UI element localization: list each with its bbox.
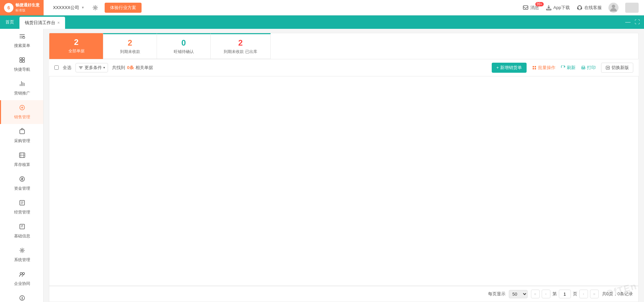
sidebar-item-finance[interactable]: 资金管理 (0, 172, 43, 195)
found-text: 共找到 0条 相关单据 (112, 65, 153, 71)
svg-rect-1 (523, 6, 528, 9)
refresh-button[interactable]: 刷新 (561, 65, 576, 71)
message-item[interactable]: 消息 99+ (523, 5, 539, 11)
sidebar-item-operations[interactable]: 经营管理 (0, 195, 43, 219)
filter-chevron-icon: ▾ (103, 66, 105, 69)
sidebar-item-enterprise[interactable]: 企业协同 (0, 267, 43, 291)
stat-overdue[interactable]: 2 到期未收款 (103, 33, 157, 59)
first-page-button[interactable]: « (531, 290, 540, 298)
tabs-bar: 首页 钱货日清工作台 × — ⛶ (0, 15, 644, 29)
sidebar-item-purchase[interactable]: 采购管理 (0, 124, 43, 148)
total-records-text: 共0页，0条记录 (602, 291, 633, 297)
toolbar-left: 全选 更多条件 ▾ 共找到 0条 相关单据 (54, 63, 153, 72)
nav-icon (19, 57, 25, 65)
purchase-icon (19, 128, 25, 136)
message-icon (523, 5, 529, 11)
tab-home[interactable]: 首页 (0, 15, 19, 29)
tab-maximize-button[interactable]: ⛶ (635, 19, 640, 25)
next-page-button[interactable]: › (579, 290, 588, 298)
toolbar-right: + 新增销货单 批量操作 刷新 (492, 63, 633, 73)
svg-rect-37 (585, 68, 585, 68)
sidebar-item-search[interactable]: 搜索菜单 (0, 29, 43, 53)
sidebar-item-basic-info[interactable]: 基础信息 (0, 219, 43, 243)
svg-rect-32 (533, 68, 534, 69)
system-icon (19, 247, 25, 255)
settings-button[interactable] (90, 2, 101, 13)
svg-rect-12 (20, 58, 22, 60)
batch-action-button[interactable]: 批量操作 (532, 65, 555, 71)
svg-point-22 (22, 225, 22, 226)
message-badge: 99+ (535, 2, 544, 6)
online-service-item[interactable]: 在线客服 (577, 5, 602, 11)
sidebar: 搜索菜单 快捷导航 营销推广 销售管理 采购管理 (0, 29, 44, 302)
svg-rect-2 (546, 9, 551, 10)
sidebar-item-system[interactable]: 系统管理 (0, 243, 43, 267)
user-name-area[interactable] (625, 3, 639, 13)
header-right: 消息 99+ App下载 在线客服 (523, 3, 639, 13)
print-icon (581, 65, 586, 70)
avatar-icon (608, 3, 619, 13)
sales-icon (19, 104, 25, 113)
filter-icon (78, 65, 83, 70)
basic-info-icon (19, 223, 25, 232)
finance-icon (19, 176, 25, 184)
download-icon (546, 5, 552, 11)
switch-version-button[interactable]: 切换新版 (601, 63, 633, 73)
sidebar-item-nav[interactable]: 快捷导航 (0, 53, 43, 76)
logo-text: 畅捷通好生意 标准版 (15, 3, 40, 12)
toolbar: 全选 更多条件 ▾ 共找到 0条 相关单据 + 新增销货单 (49, 59, 639, 76)
tab-minimize-button[interactable]: — (625, 19, 631, 25)
stats-container: 2 全部单据 2 到期未收款 0 旺铺待确认 2 到期未收款 已出库 (44, 29, 644, 59)
empty-state (49, 76, 638, 210)
stat-all-orders[interactable]: 2 全部单据 (49, 33, 103, 59)
gear-icon (93, 5, 98, 10)
svg-point-11 (23, 37, 25, 39)
svg-point-7 (612, 5, 615, 8)
stat-overdue-shipped[interactable]: 2 到期未收款 已出库 (210, 33, 271, 59)
last-page-button[interactable]: » (590, 290, 599, 298)
top-header: 6 畅捷通好生意 标准版 XXXXXX公司 ▼ 体验行业方案 消息 99+ (0, 0, 644, 15)
avatar[interactable] (608, 3, 619, 13)
marketing-icon (19, 80, 25, 89)
sidebar-item-inventory[interactable]: 库存核算 (0, 148, 43, 172)
select-all-checkbox[interactable] (54, 65, 59, 70)
app-download-item[interactable]: App下载 (546, 5, 570, 11)
stats-row: 2 全部单据 2 到期未收款 0 旺铺待确认 2 到期未收款 已出库 (49, 33, 639, 59)
company-selector[interactable]: XXXXXX公司 ▼ (50, 3, 87, 12)
content-area: 2 全部单据 2 到期未收款 0 旺铺待确认 2 到期未收款 已出库 (44, 29, 644, 302)
sidebar-item-marketing[interactable]: 营销推广 (0, 76, 43, 100)
logo-area[interactable]: 6 畅捷通好生意 标准版 (0, 0, 44, 15)
page-navigation: « ‹ 第 页 › » (531, 290, 599, 298)
tabs-right-actions: — ⛶ (625, 19, 644, 25)
sidebar-item-guide[interactable]: 新手引导 (0, 291, 43, 302)
print-button[interactable]: 打印 (581, 65, 596, 71)
tab-close-button[interactable]: × (57, 20, 60, 25)
prev-page-button[interactable]: ‹ (542, 290, 550, 298)
batch-icon (532, 65, 537, 70)
stat-wangpu[interactable]: 0 旺铺待确认 (157, 33, 210, 59)
svg-rect-17 (20, 130, 24, 134)
svg-rect-14 (20, 60, 22, 62)
svg-point-23 (21, 250, 23, 251)
more-filters-button[interactable]: 更多条件 ▾ (75, 63, 108, 72)
headset-icon (577, 5, 583, 11)
logo-icon: 6 (4, 3, 13, 12)
new-order-button[interactable]: + 新增销货单 (492, 63, 527, 73)
svg-rect-36 (582, 68, 584, 69)
svg-rect-13 (22, 58, 24, 60)
inventory-icon (19, 152, 25, 160)
svg-rect-15 (22, 60, 24, 62)
page-number-input[interactable] (559, 290, 571, 298)
svg-point-25 (22, 273, 24, 275)
table-area (49, 76, 639, 286)
svg-rect-33 (535, 68, 536, 69)
tab-active[interactable]: 钱货日清工作台 × (19, 17, 65, 29)
pagination-bar: 每页显示 50 100 200 « ‹ 第 页 › » 共0页，0条记录 (49, 286, 639, 302)
chevron-down-icon: ▼ (81, 6, 85, 9)
industry-button[interactable]: 体验行业方案 (105, 3, 142, 13)
svg-point-0 (94, 7, 96, 8)
sidebar-item-sales[interactable]: 销售管理 (0, 100, 43, 124)
enterprise-icon (19, 271, 25, 279)
refresh-icon (561, 65, 566, 70)
page-size-select[interactable]: 50 100 200 (509, 290, 528, 298)
